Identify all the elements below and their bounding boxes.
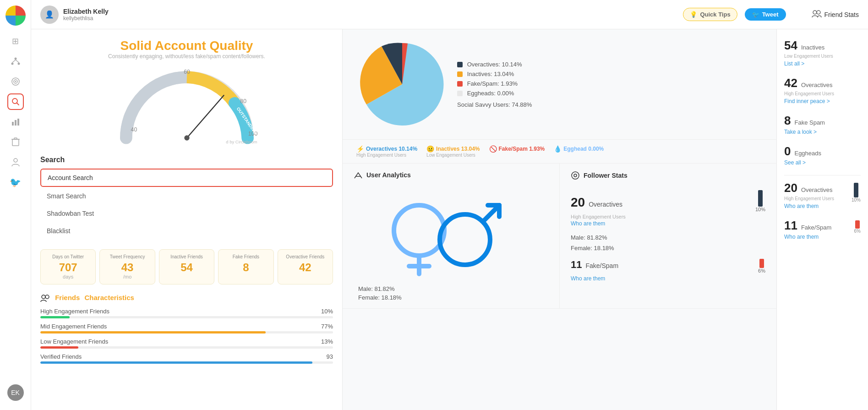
- follower-stats-content: 20 Overactives 10% High Engagement Users…: [571, 186, 765, 286]
- network-icon[interactable]: [7, 53, 24, 70]
- svg-point-2: [17, 63, 20, 65]
- svg-rect-13: [12, 139, 19, 146]
- characteristics-label: Characteristics: [85, 294, 134, 301]
- rs-inactives-link[interactable]: List all >: [784, 60, 861, 67]
- inactives-badge: 😐 Inactives 13.04% Low Engagement Users: [426, 145, 480, 158]
- rs-follower-ov-num: 20: [784, 181, 797, 195]
- follower-overactives-label: Overactives: [589, 201, 622, 208]
- header-user-name: Elizabeth Kelly: [63, 8, 109, 15]
- rs-follower-fs-num: 11: [784, 219, 797, 233]
- gauge-title-rest: Account Quality: [152, 38, 253, 53]
- inactives-badge-label: Inactives 13.04%: [436, 146, 480, 152]
- rs-overactives-label: Overactives: [801, 82, 833, 88]
- app-logo: [5, 5, 26, 26]
- account-search-item[interactable]: Account Search: [40, 169, 333, 187]
- tweet-freq-label: Tweet Frequency: [104, 254, 151, 259]
- fakespam-legend: Fake/Spam: 1.93%: [457, 80, 763, 87]
- egghead-badge: 💧 Egghead 0.00%: [554, 145, 604, 158]
- rs-fakespam-stat: 8 Fake Spam Take a look >: [784, 114, 861, 135]
- svg-line-35: [483, 205, 499, 221]
- person-icon[interactable]: [7, 154, 24, 170]
- eggheads-legend-text: Eggheads: 0.00%: [467, 90, 514, 97]
- fakespam-bar-pct: 6%: [854, 229, 861, 234]
- rs-overactives-link[interactable]: Find inner peace >: [784, 98, 861, 104]
- svg-point-16: [14, 159, 17, 162]
- svg-point-39: [574, 174, 577, 177]
- mid-engagement-pct: 77%: [321, 323, 333, 330]
- rs-eggheads-num: 0: [784, 144, 791, 159]
- days-label: Days on Twitter: [44, 254, 92, 259]
- shadowban-test-item[interactable]: Shadowban Test: [40, 205, 333, 222]
- tweet-freq-value: 43: [104, 261, 151, 274]
- header-username: kellybethlisa: [63, 15, 109, 22]
- gauge-title: Solid Account Quality: [45, 38, 328, 53]
- friends-label: Friends: [55, 294, 80, 301]
- follower-stats-heading: Follower Stats: [571, 171, 765, 180]
- follower-overactives-link[interactable]: Who are them: [571, 220, 765, 227]
- svg-point-31: [394, 205, 444, 256]
- tweet-freq-unit: /mo: [104, 274, 151, 279]
- smart-search-item[interactable]: Smart Search: [40, 188, 333, 204]
- gauge-section: Solid Account Quality Consistently engag…: [31, 29, 342, 151]
- svg-rect-10: [12, 122, 14, 126]
- bar-chart-icon[interactable]: [7, 114, 24, 130]
- category-badges: ⚡ Overactives 10.14% High Engagement Use…: [343, 140, 776, 164]
- dashboard-icon[interactable]: ⊞: [7, 33, 24, 49]
- overactives-bar: [854, 183, 858, 197]
- rs-follower-fs-link[interactable]: Who are them: [784, 234, 831, 240]
- rs-fakespam-label: Fake Spam: [794, 119, 824, 126]
- rs-fakespam-link[interactable]: Take a look >: [784, 129, 861, 135]
- high-engagement-label: High Engagement Friends: [40, 308, 109, 315]
- rs-eggheads-label: Eggheads: [794, 150, 821, 157]
- low-engagement-pct: 13%: [321, 338, 333, 345]
- circle-target-icon[interactable]: [7, 73, 24, 90]
- low-engagement-label: Low Engagement Friends: [40, 338, 108, 345]
- friend-stats-label: Friend Stats: [824, 11, 859, 18]
- user-analytics-label: User Analytics: [366, 171, 411, 179]
- follower-fakespam-num: 11: [571, 259, 582, 271]
- egghead-badge-icon: 💧: [554, 145, 562, 153]
- rs-overactives-num: 42: [784, 76, 797, 90]
- blacklist-item[interactable]: Blacklist: [40, 223, 333, 239]
- rs-inactives-sub: Low Engagement Users: [784, 54, 861, 59]
- right-sidebar: 54 Inactives Low Engagement Users List a…: [776, 29, 868, 410]
- follower-overactives-sub: High Engagement Users: [571, 214, 765, 219]
- rs-eggheads-link[interactable]: See all >: [784, 159, 861, 166]
- female-pct-right: Female: 18.18%: [571, 245, 765, 251]
- rs-follower-ov-link[interactable]: Who are them: [784, 203, 834, 209]
- inactives-legend: Inactives: 13.04%: [457, 71, 763, 77]
- overactives-badge-sub: High Engagement Users: [356, 153, 406, 158]
- friend-stats-link[interactable]: Friend Stats: [812, 10, 859, 19]
- egghead-badge-label: Egghead 0.00%: [563, 146, 604, 152]
- gender-stats: Male: 81.82% Female: 18.18%: [354, 285, 548, 301]
- gauge-subtitle: Consistently engaging, without/less fake…: [45, 53, 328, 60]
- pie-section: Overactives: 10.14% Inactives: 13.04% Fa…: [343, 29, 776, 140]
- follower-fakespam-label: Fake/Spam: [585, 262, 618, 269]
- inactives-badge-sub: Low Engagement Users: [426, 153, 475, 158]
- user-analytics-col: User Analytics: [343, 164, 559, 308]
- inactive-friends-card: Inactive Friends 54: [159, 249, 214, 284]
- low-engagement-row: Low Engagement Friends13%: [40, 338, 333, 349]
- friends-title: Friends Characteristics: [40, 294, 333, 302]
- tweet-button[interactable]: 🐦 Tweet: [745, 8, 786, 21]
- search-icon[interactable]: [7, 93, 24, 110]
- overactives-badge-label: Overactives 10.14%: [366, 146, 417, 152]
- header-user-info: 👤 Elizabeth Kelly kellybethlisa: [40, 5, 109, 24]
- user-avatar[interactable]: EK: [7, 384, 24, 401]
- friends-section: Friends Characteristics High Engagement …: [31, 289, 342, 373]
- content-area: Solid Account Quality Consistently engag…: [31, 29, 868, 410]
- inactive-value: 54: [163, 261, 210, 274]
- fake-value: 8: [222, 261, 269, 274]
- mid-engagement-label: Mid Engagement Friends: [40, 323, 107, 330]
- gauge-title-solid: Solid: [120, 38, 152, 53]
- verified-friends-row: Verified Friends93: [40, 353, 333, 364]
- trash-icon[interactable]: [7, 134, 24, 150]
- rs-follower-fakespam: 11 Fake/Spam Who are them 6%: [784, 219, 861, 240]
- overactives-badge: ⚡ Overactives 10.14% High Engagement Use…: [356, 145, 417, 158]
- quick-tips-button[interactable]: 💡 Quick Tips: [683, 8, 737, 21]
- twitter-icon-small: 🐦: [752, 11, 759, 18]
- follower-fakespam-link[interactable]: Who are them: [571, 275, 765, 282]
- rs-eggheads-stat: 0 Eggheads See all >: [784, 144, 861, 166]
- rs-follower-overactives: 20 Overactives High Engagement Users Who…: [784, 181, 861, 209]
- twitter-bird-icon[interactable]: 🐦: [7, 174, 24, 191]
